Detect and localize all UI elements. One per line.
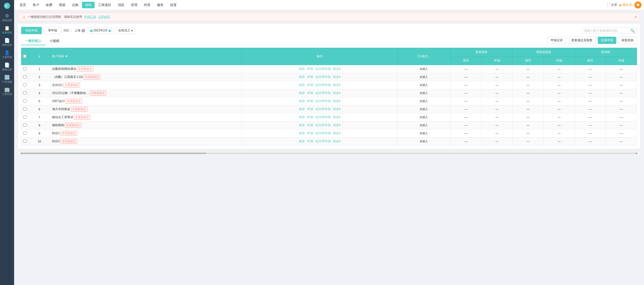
fullscreen-button[interactable]: ⛶ 全屏 xyxy=(607,3,617,7)
scroll-right-button[interactable]: ▶ xyxy=(636,152,638,155)
op-more[interactable]: 更多▾ xyxy=(333,91,341,95)
nav-management[interactable]: 管理 xyxy=(128,2,140,8)
op-tax-table[interactable]: 税表 xyxy=(299,99,305,103)
op-set-zero[interactable]: 设为零申报 xyxy=(315,99,331,103)
nav-bizproject[interactable]: 工商项目 xyxy=(95,2,114,8)
op-tax-table[interactable]: 税表 xyxy=(299,123,305,127)
action-update-rules-button[interactable]: 更新规定及取数 xyxy=(568,37,596,44)
sidebar-item-personal-tax[interactable]: 👤 个税申报 xyxy=(0,49,14,61)
op-set-zero[interactable]: 设为零申报 xyxy=(315,83,331,87)
row-checkbox[interactable] xyxy=(23,91,26,94)
notif-close-button[interactable]: ✕ xyxy=(634,15,637,19)
sidebar-item-biz-report[interactable]: 🏢 工商年报 xyxy=(0,85,14,98)
date-next-button[interactable]: ▶ xyxy=(109,29,112,33)
row-checkbox[interactable] xyxy=(23,83,26,86)
op-more[interactable]: 更多▾ xyxy=(333,75,341,79)
nav-service[interactable]: 服务 xyxy=(154,2,167,8)
row-checkbox[interactable] xyxy=(23,107,26,111)
op-more[interactable]: 更多▾ xyxy=(333,99,341,103)
action-withdraw-button[interactable]: 收取回执 xyxy=(618,37,637,44)
row-checkbox[interactable] xyxy=(23,99,26,103)
op-tax-table[interactable]: 税表 xyxy=(299,75,305,79)
sidebar-item-calc-clear[interactable]: 🔢 汇算清缴 xyxy=(0,73,14,85)
department-select[interactable]: 全部员工 ▾ xyxy=(116,27,135,34)
op-more[interactable]: 更多▾ xyxy=(333,115,341,119)
nav-billing[interactable]: 收费 xyxy=(43,2,55,8)
search-icon[interactable]: 🔍 xyxy=(630,29,635,33)
op-tax-table[interactable]: 税表 xyxy=(299,131,305,135)
row-checkbox[interactable] xyxy=(23,139,26,143)
row-checkbox[interactable] xyxy=(23,67,26,70)
action-record-button[interactable]: 申报记录 xyxy=(547,37,566,44)
col-num: # xyxy=(28,48,51,65)
scroll-left-button[interactable]: ◀ xyxy=(20,152,22,155)
vip-button[interactable]: ▶ 畅会员 xyxy=(620,3,632,7)
op-more[interactable]: 更多▾ xyxy=(333,107,341,111)
horizontal-scrollbar[interactable]: ◀ ▶ xyxy=(18,151,640,155)
op-set-zero[interactable]: 设为零申报 xyxy=(315,107,331,111)
user-avatar[interactable]: 畅 xyxy=(634,2,641,9)
op-set-zero[interactable]: 设为零申报 xyxy=(315,123,331,127)
nav-account[interactable]: 记账 xyxy=(69,2,82,8)
scroll-track[interactable] xyxy=(22,153,636,154)
nav-operation[interactable]: 经营 xyxy=(141,2,153,8)
op-tax-table[interactable]: 税表 xyxy=(299,91,305,95)
op-declare[interactable]: 申报 xyxy=(307,115,313,119)
select-all-checkbox[interactable] xyxy=(23,55,26,58)
row-checkbox[interactable] xyxy=(23,131,26,135)
row-checkbox-cell xyxy=(21,105,28,113)
op-declare[interactable]: 申报 xyxy=(307,107,313,111)
row-checkbox[interactable] xyxy=(23,123,26,127)
op-set-zero[interactable]: 设为零申报 xyxy=(315,139,331,143)
op-declare[interactable]: 申报 xyxy=(307,99,313,103)
op-more[interactable]: 更多▾ xyxy=(333,67,341,71)
nav-invoice[interactable]: 票据 xyxy=(56,2,68,8)
notif-link-sign[interactable]: 申报汇签 xyxy=(84,15,96,19)
row-tax-fill: — xyxy=(512,137,544,146)
op-declare[interactable]: 申报 xyxy=(307,67,313,71)
op-tax-table[interactable]: 税表 xyxy=(299,107,305,111)
op-tax-table[interactable]: 税表 xyxy=(299,67,305,71)
nav-home[interactable]: 首页 xyxy=(17,2,29,8)
op-declare[interactable]: 申报 xyxy=(307,131,313,135)
row-fin-fill: — xyxy=(450,129,481,137)
tab-zero-declare[interactable]: 零申报 xyxy=(44,27,61,34)
op-tax-table[interactable]: 税表 xyxy=(299,139,305,143)
sidebar-item-tax-record[interactable]: 📑 报税记录 xyxy=(0,61,14,73)
op-tax-table[interactable]: 税表 xyxy=(299,115,305,119)
op-tax-table[interactable]: 税表 xyxy=(299,83,305,87)
tab-tax-declare[interactable]: 税款申报 xyxy=(21,27,42,34)
op-set-zero[interactable]: 设为零申报 xyxy=(315,115,331,119)
op-declare[interactable]: 申报 xyxy=(307,123,313,127)
nav-settings[interactable]: 设置 xyxy=(167,2,180,8)
op-more[interactable]: 更多▾ xyxy=(333,83,341,87)
sidebar-item-tax-settings[interactable]: ⚙ 报税设置 xyxy=(0,12,14,24)
op-more[interactable]: 更多▾ xyxy=(333,123,341,127)
nav-customer[interactable]: 客户 xyxy=(30,2,42,8)
op-set-zero[interactable]: 设为零申报 xyxy=(315,67,331,71)
nav-message[interactable]: 消息 xyxy=(115,2,127,8)
sidebar-item-batch-tax[interactable]: 📋 批量报税 xyxy=(0,24,14,36)
op-declare[interactable]: 申报 xyxy=(307,139,313,143)
op-more[interactable]: 更多▾ xyxy=(333,131,341,135)
search-input[interactable] xyxy=(584,29,629,32)
row-checkbox[interactable] xyxy=(23,75,26,78)
row-checkbox-cell xyxy=(21,121,28,129)
row-ops: 税表 申报 设为零申报 更多▾ xyxy=(242,65,397,73)
sidebar-item-tax-page[interactable]: 📄 报税总览 xyxy=(0,36,14,49)
op-more[interactable]: 更多▾ xyxy=(333,139,341,143)
nav-tax[interactable]: 报税 xyxy=(82,2,95,8)
op-declare[interactable]: 申报 xyxy=(307,83,313,87)
op-declare[interactable]: 申报 xyxy=(307,91,313,95)
op-declare[interactable]: 申报 xyxy=(307,75,313,79)
notif-link-buy[interactable]: 立即购买 xyxy=(98,15,110,19)
tab-general-taxpayer[interactable]: 一般的税人 xyxy=(21,37,46,45)
op-set-zero[interactable]: 设为零申报 xyxy=(315,131,331,135)
tab-small-scale[interactable]: 小规模 xyxy=(46,37,63,45)
action-batch-report-button[interactable]: 批量申报 xyxy=(598,37,616,44)
op-set-zero[interactable]: 设为零申报 xyxy=(315,75,331,79)
date-prev-button[interactable]: ◀ xyxy=(89,29,92,33)
row-checkbox[interactable] xyxy=(23,115,26,119)
op-set-zero[interactable]: 设为零申报 xyxy=(315,91,331,95)
region-info-icon[interactable]: i xyxy=(82,29,85,32)
